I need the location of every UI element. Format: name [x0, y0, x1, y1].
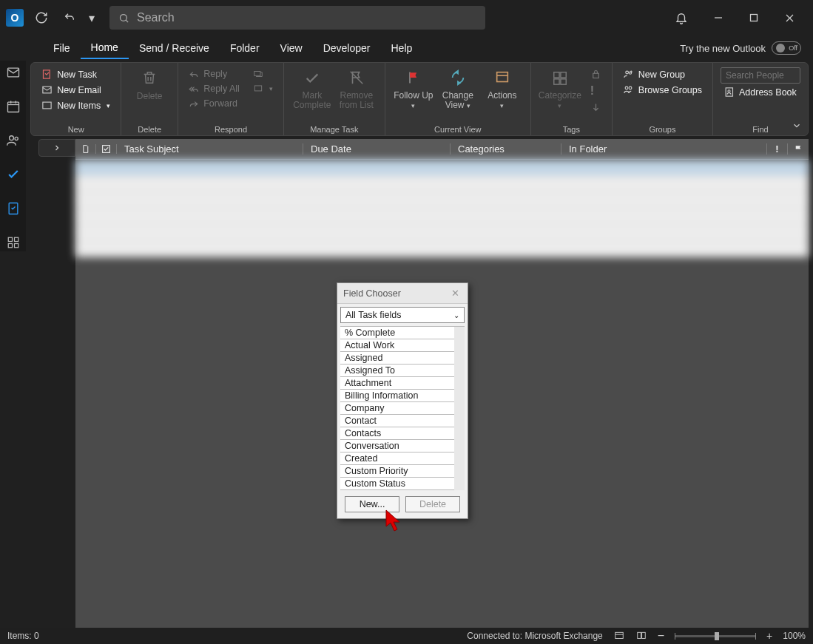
- undo-icon[interactable]: [59, 7, 80, 28]
- field-item[interactable]: Created: [340, 453, 464, 465]
- field-item[interactable]: Contact: [340, 415, 464, 427]
- view-normal-icon[interactable]: [613, 631, 625, 641]
- toggle-label: Off: [789, 44, 797, 52]
- menu-folder[interactable]: Folder: [220, 38, 270, 58]
- dialog-buttons: New... Delete: [337, 490, 468, 518]
- ribbon-group-tags: Categorize▾ ! Tags: [531, 63, 613, 135]
- new-outlook-toggle[interactable]: Off: [772, 41, 801, 55]
- menu-send-receive[interactable]: Send / Receive: [129, 38, 220, 58]
- svg-rect-40: [615, 632, 624, 638]
- dialog-close-icon[interactable]: ✕: [448, 287, 462, 300]
- categorize-label: Categorize: [539, 90, 581, 101]
- field-item[interactable]: % Complete: [340, 327, 464, 339]
- ribbon-collapse-icon[interactable]: [792, 121, 802, 131]
- respond-more-1[interactable]: [249, 67, 276, 81]
- menu-help[interactable]: Help: [380, 38, 422, 58]
- high-importance-button[interactable]: !: [587, 83, 604, 99]
- field-item[interactable]: Assigned: [340, 352, 464, 365]
- reply-all-button[interactable]: Reply All: [186, 82, 243, 95]
- delete-button[interactable]: Delete: [129, 67, 170, 101]
- new-task-button[interactable]: New Task: [38, 67, 113, 81]
- try-new-label: Try the new Outlook: [680, 43, 766, 54]
- nav-people-icon[interactable]: [4, 132, 22, 149]
- follow-up-button[interactable]: Follow Up ▾: [393, 67, 434, 110]
- menu-developer[interactable]: Developer: [313, 38, 381, 58]
- reply-button[interactable]: Reply: [186, 67, 243, 81]
- col-subject[interactable]: Task Subject: [117, 143, 303, 155]
- remove-flag-icon: [348, 67, 365, 88]
- col-complete[interactable]: [96, 144, 117, 154]
- col-categories[interactable]: Categories: [451, 143, 561, 155]
- ribbon-group-delete: Delete Delete: [121, 63, 178, 135]
- sync-icon[interactable]: [31, 7, 52, 28]
- col-due[interactable]: Due Date: [303, 143, 451, 155]
- maximize-icon[interactable]: [743, 7, 764, 28]
- zoom-thumb[interactable]: [715, 632, 719, 640]
- nav-more-apps-icon[interactable]: [4, 234, 22, 251]
- status-connection: Connected to: Microsoft Exchange: [467, 631, 602, 641]
- forward-button[interactable]: Forward: [186, 97, 243, 110]
- mark-complete-button[interactable]: Mark Complete: [291, 67, 333, 110]
- field-list: % CompleteActual WorkAssignedAssigned To…: [340, 326, 465, 490]
- search-people-input[interactable]: [721, 67, 800, 84]
- categorize-button[interactable]: Categorize▾: [539, 67, 581, 110]
- col-importance[interactable]: !: [767, 143, 788, 155]
- nav-pane-expand[interactable]: [38, 139, 75, 157]
- browse-groups-button[interactable]: Browse Groups: [620, 83, 705, 97]
- notifications-icon[interactable]: [671, 7, 692, 28]
- col-icon[interactable]: [75, 144, 96, 154]
- qat-dropdown-icon[interactable]: ▾: [87, 7, 96, 28]
- minimize-icon[interactable]: [708, 7, 729, 28]
- nav-calendar-icon[interactable]: [4, 98, 22, 115]
- col-flag[interactable]: [788, 144, 809, 154]
- field-item[interactable]: Assigned To: [340, 365, 464, 377]
- nav-tasks-icon[interactable]: [4, 200, 22, 217]
- field-item[interactable]: Company: [340, 402, 464, 415]
- zoom-out-icon[interactable]: −: [658, 629, 664, 643]
- new-field-button[interactable]: New...: [345, 496, 399, 512]
- change-view-button[interactable]: Change View ▾: [437, 67, 479, 110]
- change-view-icon: [448, 67, 468, 88]
- field-item[interactable]: Custom Status: [340, 478, 464, 490]
- search-bar[interactable]: Search: [109, 6, 485, 30]
- private-button[interactable]: [587, 67, 604, 81]
- svg-rect-14: [14, 237, 18, 241]
- delete-field-button[interactable]: Delete: [405, 496, 460, 512]
- window-controls: [708, 7, 807, 28]
- low-importance-button[interactable]: [587, 101, 604, 115]
- respond-more-2[interactable]: ▾: [249, 82, 276, 95]
- menu-view[interactable]: View: [270, 38, 313, 58]
- remove-from-list-button[interactable]: Remove from List: [336, 67, 377, 110]
- menu-file[interactable]: File: [43, 38, 81, 58]
- nav-todo-icon[interactable]: [4, 166, 22, 183]
- field-item[interactable]: Attachment: [340, 377, 464, 390]
- scrollbar[interactable]: [454, 327, 465, 490]
- search-placeholder: Search: [137, 11, 175, 24]
- view-reading-icon[interactable]: [635, 631, 647, 641]
- zoom-slider[interactable]: [675, 635, 756, 637]
- address-book-label: Address Book: [739, 87, 797, 98]
- address-book-button[interactable]: Address Book: [721, 85, 800, 99]
- dialog-titlebar[interactable]: Field Chooser ✕: [337, 283, 468, 304]
- group-groups-label: Groups: [620, 123, 705, 134]
- menu-home[interactable]: Home: [81, 37, 129, 59]
- field-item[interactable]: Conversation: [340, 440, 464, 453]
- group-find-label: Find: [721, 123, 800, 134]
- group-current-view-label: Current View: [393, 123, 523, 134]
- field-item[interactable]: Billing Information: [340, 390, 464, 402]
- nav-mail-icon[interactable]: [4, 64, 22, 81]
- ribbon-group-manage-task: Mark Complete Remove from List Manage Ta…: [284, 63, 385, 135]
- zoom-in-icon[interactable]: +: [766, 630, 772, 642]
- new-items-button[interactable]: New Items▾: [38, 98, 113, 112]
- field-category-select[interactable]: All Task fields ⌄: [340, 307, 465, 323]
- field-item[interactable]: Actual Work: [340, 339, 464, 352]
- new-group-button[interactable]: New Group: [620, 67, 705, 81]
- field-item[interactable]: Contacts: [340, 427, 464, 440]
- field-item[interactable]: Custom Priority: [340, 465, 464, 478]
- actions-button[interactable]: Actions▾: [482, 67, 523, 110]
- menu-bar: File Home Send / Receive Folder View Dev…: [0, 35, 813, 61]
- title-bar: O ▾ Search: [0, 0, 813, 35]
- close-icon[interactable]: [779, 7, 800, 28]
- new-email-button[interactable]: New Email: [38, 83, 113, 97]
- col-folder[interactable]: In Folder: [561, 143, 767, 155]
